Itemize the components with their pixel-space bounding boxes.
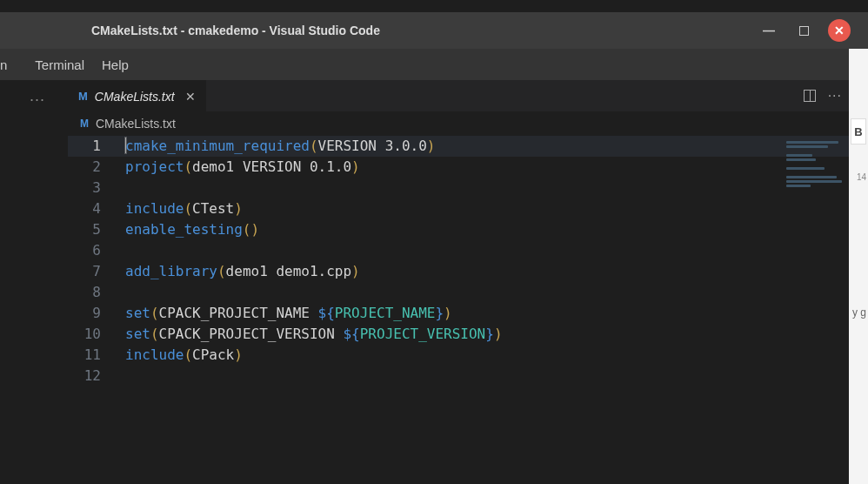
tab-filename: CMakeLists.txt: [95, 90, 175, 104]
menu-item-terminal[interactable]: Terminal: [35, 52, 84, 77]
close-tab-icon[interactable]: ✕: [185, 90, 196, 104]
code-content[interactable]: include(CPack): [125, 345, 243, 366]
cmake-file-icon: M: [80, 118, 89, 130]
line-number: 8: [68, 282, 125, 303]
line-number: 11: [68, 345, 125, 366]
line-number: 2: [68, 157, 125, 178]
code-content[interactable]: set(CPACK_PROJECT_VERSION ${PROJECT_VERS…: [125, 324, 503, 345]
menu-item-run-partial[interactable]: n: [0, 52, 7, 77]
menu-bar: n Terminal Help: [0, 49, 868, 80]
code-line[interactable]: 9set(CPACK_PROJECT_NAME ${PROJECT_NAME}): [68, 303, 849, 324]
code-line[interactable]: 11include(CPack): [68, 345, 849, 366]
code-line[interactable]: 6: [68, 240, 849, 261]
line-number: 12: [68, 366, 125, 387]
right-panel-text: y g: [852, 306, 866, 319]
minimize-button[interactable]: —: [758, 19, 780, 42]
line-number: 5: [68, 219, 125, 240]
line-number: 6: [68, 240, 125, 261]
code-line[interactable]: 12: [68, 366, 849, 387]
code-content[interactable]: enable_testing(): [125, 219, 259, 240]
cmake-file-icon: M: [78, 90, 88, 103]
line-number: 1: [68, 136, 125, 157]
split-editor-icon[interactable]: [804, 90, 816, 102]
code-content[interactable]: cmake_minimum_required(VERSION 3.0.0): [125, 136, 435, 157]
maximize-button[interactable]: [799, 26, 809, 36]
code-line[interactable]: 4include(CTest): [68, 198, 849, 219]
line-number: 3: [68, 178, 125, 198]
code-content[interactable]: include(CTest): [125, 198, 243, 219]
right-panel-badge: 14: [857, 172, 866, 182]
right-panel-background: B 14 y g: [849, 49, 868, 484]
code-line[interactable]: 3: [68, 178, 849, 198]
more-actions-icon[interactable]: ···: [828, 88, 842, 104]
code-editor[interactable]: 1cmake_minimum_required(VERSION 3.0.0)2p…: [68, 136, 849, 484]
minimap[interactable]: [786, 141, 849, 193]
code-line[interactable]: 1cmake_minimum_required(VERSION 3.0.0): [68, 136, 849, 157]
close-button[interactable]: ✕: [828, 19, 851, 42]
line-number: 4: [68, 198, 125, 219]
code-content[interactable]: add_library(demo1 demo1.cpp): [125, 261, 360, 282]
code-content[interactable]: project(demo1 VERSION 0.1.0): [125, 157, 360, 178]
menu-item-help[interactable]: Help: [102, 52, 129, 77]
line-number: 9: [68, 303, 125, 324]
title-bar: CMakeLists.txt - cmakedemo - Visual Stud…: [0, 12, 868, 49]
line-number: 10: [68, 324, 125, 345]
code-line[interactable]: 8: [68, 282, 849, 303]
code-line[interactable]: 2project(demo1 VERSION 0.1.0): [68, 157, 849, 178]
editor-tab[interactable]: M CMakeLists.txt ✕: [68, 80, 206, 111]
code-line[interactable]: 10set(CPACK_PROJECT_VERSION ${PROJECT_VE…: [68, 324, 849, 345]
tab-actions: ···: [804, 80, 849, 111]
line-number: 7: [68, 261, 125, 282]
window-title: CMakeLists.txt - cmakedemo - Visual Stud…: [91, 24, 380, 37]
editor-tab-bar: M CMakeLists.txt ✕ ···: [68, 80, 849, 111]
breadcrumb-filename: CMakeLists.txt: [96, 117, 176, 131]
sidebar-overflow-icon[interactable]: ···: [30, 91, 45, 109]
breadcrumb[interactable]: M CMakeLists.txt: [68, 111, 849, 136]
code-line[interactable]: 7add_library(demo1 demo1.cpp): [68, 261, 849, 282]
code-line[interactable]: 5enable_testing(): [68, 219, 849, 240]
window-controls: — ✕: [758, 19, 851, 42]
right-panel-tab[interactable]: B: [851, 118, 866, 145]
code-content[interactable]: set(CPACK_PROJECT_NAME ${PROJECT_NAME}): [125, 303, 452, 324]
